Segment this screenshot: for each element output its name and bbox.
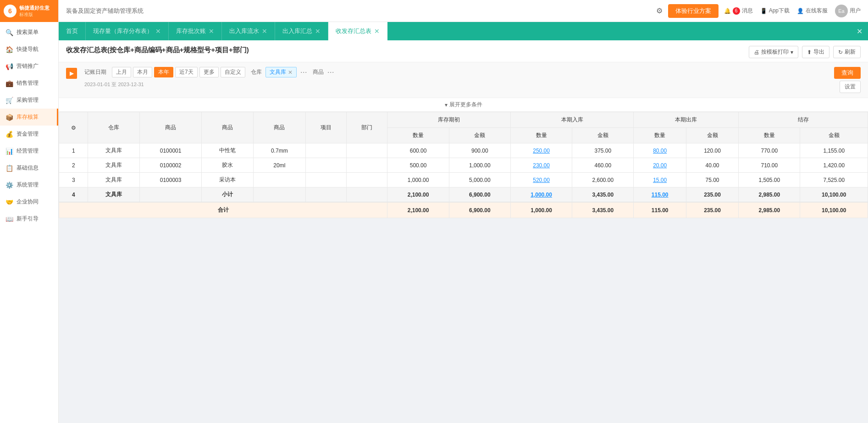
total-opening-amt: 6,900.00 bbox=[449, 202, 510, 218]
cell-subtotal-in-qty[interactable]: 1,000.00 bbox=[510, 187, 572, 203]
tab-inout-summary[interactable]: 出入库汇总 ✕ bbox=[275, 22, 328, 40]
cell-goods-spec: 0.7mm bbox=[253, 143, 305, 158]
cell-goods-spec bbox=[253, 173, 305, 187]
page-content: 收发存汇总表(按仓库+商品编码+商品+规格型号+项目+部门) 🖨 按模板打印 ▾… bbox=[59, 40, 868, 423]
cell-out-qty[interactable]: 15.00 bbox=[634, 173, 686, 187]
headset-icon: 👤 bbox=[797, 8, 804, 14]
sidebar-item-company[interactable]: 🤝 企业协同 bbox=[0, 193, 58, 210]
setting-button[interactable]: 设置 bbox=[840, 81, 861, 93]
th-group-opening: 库存期初 bbox=[387, 112, 511, 128]
cell-closing-qty: 710.00 bbox=[739, 158, 800, 173]
tab-label: 收发存汇总表 bbox=[336, 27, 371, 35]
topbar-actions: ⚙ 体验行业方案 bbox=[656, 4, 719, 18]
logo-icon: 6 bbox=[4, 5, 17, 17]
topbar-right: 🔔 6 消息 📱 App下载 👤 在线客服 Ea 用户 bbox=[724, 5, 861, 17]
logo-area: 6 畅捷通好生意 标准版 bbox=[0, 0, 58, 22]
cell-goods-name: 采访本 bbox=[201, 173, 253, 187]
tab-close-icon[interactable]: ✕ bbox=[155, 27, 161, 35]
date-btn-custom[interactable]: 自定义 bbox=[221, 67, 245, 77]
cell-project bbox=[306, 158, 347, 173]
tab-label: 库存批次账 bbox=[176, 27, 206, 35]
refresh-button[interactable]: ↻ 刷新 bbox=[833, 46, 861, 58]
gear-icon: ⚙️ bbox=[6, 181, 13, 189]
cell-subtotal-opening-qty: 2,100.00 bbox=[387, 187, 449, 203]
date-btn-last-month[interactable]: 上月 bbox=[112, 67, 131, 77]
sidebar-item-sales[interactable]: 💼 销售管理 bbox=[0, 75, 58, 92]
tab-close-icon[interactable]: ✕ bbox=[209, 27, 214, 35]
warehouse-more-icon[interactable]: ··· bbox=[300, 67, 307, 77]
print-button[interactable]: 🖨 按模板打印 ▾ bbox=[749, 46, 798, 58]
warehouse-tag-close-icon[interactable]: ✕ bbox=[288, 69, 293, 76]
th-group-closing: 结存 bbox=[739, 112, 868, 128]
expand-conditions-button[interactable]: ▾ 展开更多条件 bbox=[445, 101, 482, 109]
sidebar-item-label: 经营管理 bbox=[17, 147, 39, 155]
cell-department bbox=[347, 143, 387, 158]
date-btn-more[interactable]: 更多 bbox=[199, 67, 219, 77]
cell-project bbox=[306, 173, 347, 187]
date-buttons: 上月 本月 本年 近7天 更多 自定义 bbox=[112, 67, 245, 77]
app-subtitle: 标准版 bbox=[19, 11, 50, 18]
app-download-item[interactable]: 📱 App下载 bbox=[760, 7, 790, 15]
sidebar-item-guide[interactable]: 📖 新手引导 bbox=[0, 210, 58, 227]
tab-inout-flow[interactable]: 出入库流水 ✕ bbox=[222, 22, 275, 40]
notification-badge: 6 bbox=[733, 7, 740, 15]
sidebar-item-quick[interactable]: 🏠 快捷导航 bbox=[0, 41, 58, 58]
trial-button[interactable]: 体验行业方案 bbox=[668, 4, 719, 18]
settings-icon[interactable]: ⚙ bbox=[656, 6, 663, 15]
date-btn-7days[interactable]: 近7天 bbox=[175, 67, 198, 77]
total-label: 合计 bbox=[59, 202, 387, 218]
cell-in-qty[interactable]: 250.00 bbox=[510, 143, 572, 158]
cell-opening-qty: 1,000.00 bbox=[387, 173, 449, 187]
filter-collapse-button[interactable]: ▶ bbox=[66, 68, 77, 79]
tab-recv-send[interactable]: 收发存汇总表 ✕ bbox=[328, 22, 387, 40]
book-icon: 📖 bbox=[6, 215, 13, 223]
home-icon: 🏠 bbox=[6, 46, 13, 53]
sidebar-item-operations[interactable]: 📊 经营管理 bbox=[0, 143, 58, 159]
date-btn-this-year[interactable]: 本年 bbox=[154, 67, 173, 77]
tab-close-icon[interactable]: ✕ bbox=[315, 27, 321, 35]
sidebar-item-label: 采购管理 bbox=[17, 96, 39, 104]
total-in-amt: 3,435.00 bbox=[572, 202, 634, 218]
tab-close-icon[interactable]: ✕ bbox=[262, 27, 267, 35]
sidebar-item-system[interactable]: ⚙️ 系统管理 bbox=[0, 176, 58, 193]
cell-out-amt: 40.00 bbox=[686, 158, 738, 173]
close-all-tabs-button[interactable]: ✕ bbox=[851, 27, 868, 36]
cell-out-qty[interactable]: 80.00 bbox=[634, 143, 686, 158]
cell-subtotal-closing-amt: 10,100.00 bbox=[800, 187, 868, 203]
date-btn-this-month[interactable]: 本月 bbox=[133, 67, 152, 77]
notification-item[interactable]: 🔔 6 消息 bbox=[724, 7, 753, 15]
warehouse-tag[interactable]: 文具库 ✕ bbox=[265, 67, 297, 77]
cell-in-qty[interactable]: 230.00 bbox=[510, 158, 572, 173]
cell-subtotal-out-qty[interactable]: 115.00 bbox=[634, 187, 686, 203]
sidebar-nav: 🔍 搜索菜单 🏠 快捷导航 📢 营销推广 💼 销售管理 🛒 采购管理 📦 库存核… bbox=[0, 22, 58, 423]
sidebar-item-label: 搜索菜单 bbox=[17, 28, 39, 36]
sidebar-item-purchase[interactable]: 🛒 采购管理 bbox=[0, 92, 58, 109]
cell-warehouse: 文具库 bbox=[88, 187, 140, 203]
online-service-item[interactable]: 👤 在线客服 bbox=[797, 7, 828, 15]
total-in-qty: 1,000.00 bbox=[510, 202, 572, 218]
chevron-down-icon: ▾ bbox=[445, 102, 448, 108]
tab-home[interactable]: 首页 bbox=[59, 22, 86, 40]
sidebar-item-marketing[interactable]: 📢 营销推广 bbox=[0, 58, 58, 75]
handshake-icon: 🤝 bbox=[6, 198, 13, 206]
cell-in-qty[interactable]: 520.00 bbox=[510, 173, 572, 187]
sidebar-item-basic[interactable]: 📋 基础信息 bbox=[0, 159, 58, 176]
sidebar-item-finance[interactable]: 💰 资金管理 bbox=[0, 126, 58, 143]
tab-label: 出入库流水 bbox=[229, 27, 259, 35]
goods-more-icon[interactable]: ··· bbox=[327, 67, 334, 77]
box-icon: 📦 bbox=[6, 114, 13, 121]
th-gear[interactable]: ⚙ bbox=[59, 112, 88, 143]
tab-batch[interactable]: 库存批次账 ✕ bbox=[169, 22, 222, 40]
topbar: 装备及固定资产辅助管理系统 ⚙ 体验行业方案 🔔 6 消息 📱 App下载 👤 … bbox=[59, 0, 868, 22]
sidebar-item-search[interactable]: 🔍 搜索菜单 bbox=[0, 24, 58, 41]
user-item[interactable]: Ea 用户 bbox=[835, 5, 861, 17]
export-button[interactable]: ⬆ 导出 bbox=[802, 46, 829, 58]
query-button[interactable]: 查询 bbox=[834, 67, 861, 79]
tab-stock-dist[interactable]: 现存量（库存分布表） ✕ bbox=[86, 22, 169, 40]
sidebar-item-inventory[interactable]: 📦 库存核算 bbox=[0, 109, 58, 126]
th-warehouse: 仓库 bbox=[88, 112, 140, 143]
total-row: 合计 2,100.00 6,900.00 1,000.00 3,435.00 1… bbox=[59, 202, 868, 218]
cell-goods-code: 0100001 bbox=[140, 143, 201, 158]
cell-out-qty[interactable]: 20.00 bbox=[634, 158, 686, 173]
tab-close-icon[interactable]: ✕ bbox=[374, 27, 380, 35]
